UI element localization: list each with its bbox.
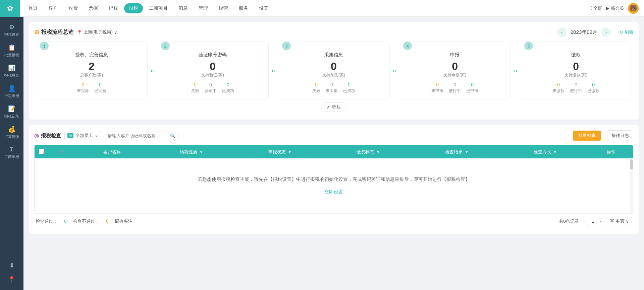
logo-icon: ✿ (7, 4, 13, 13)
check-table: ⚙ 客户名称 纳税性质 ▼ 申报状态 ▼ (35, 145, 633, 213)
flow-step-2: 2 验证账号密码 0 支持验证(家) 0 失败 0 验证中 (157, 42, 269, 99)
avatar[interactable]: 🐻 (628, 3, 639, 14)
nav-manage[interactable]: 管理 (194, 3, 213, 13)
step-title-1: 授权、完善信息 (75, 52, 108, 58)
filter-icon-5[interactable]: ▼ (553, 150, 557, 154)
stat-label-4-2: 已申报 (466, 88, 478, 94)
flow-title-icon: ⊕ (34, 28, 39, 36)
nav-accounting[interactable]: 记账 (104, 3, 123, 13)
col-check-method-label: 检查方式 (534, 149, 551, 154)
arrow-1: » (149, 42, 155, 99)
prev-page-button[interactable]: ‹ (582, 218, 589, 225)
flow-title-text: 报税流程总览 (41, 29, 73, 36)
nav-fees[interactable]: 收费 (64, 3, 83, 13)
search-bar[interactable]: 🔍 (105, 132, 178, 140)
refresh-button[interactable]: ↻ 刷新 (620, 29, 633, 35)
stat-5-0: 0 未缴款 (552, 82, 565, 94)
location-pin-icon: 📍 (77, 30, 82, 35)
stat-2-0: 0 失败 (191, 82, 199, 94)
stat-3-0: 0 失败 (312, 82, 320, 94)
stat-4-2: 0 已申报 (466, 82, 478, 94)
collapse-label: 收起 (332, 104, 341, 110)
per-page-select[interactable]: 30 条/页 ∨ (607, 217, 632, 225)
sidebar-item-annual-report[interactable]: 🗓 工商年报 (0, 143, 23, 163)
nav-business[interactable]: 工商项目 (144, 3, 172, 13)
refresh-icon: ↻ (620, 30, 623, 35)
stat-label-3-0: 失败 (312, 88, 320, 94)
sidebar-item-batch-tax[interactable]: 📋 批量报税 (0, 41, 23, 61)
nav-home[interactable]: 首页 (23, 3, 42, 13)
fullscreen-label: 全屏 (593, 5, 602, 11)
sidebar-item-personal-tax[interactable]: 👤 个税申报 (0, 81, 23, 102)
step-number-4: 4 (403, 42, 412, 50)
step-desc-4: 支持申报(家) (443, 72, 466, 78)
nav-message[interactable]: 消息 (174, 3, 193, 13)
download-icon: ⬇ (9, 262, 14, 269)
sidebar-item-tax-overview[interactable]: 📊 报税总览 (0, 61, 23, 81)
sidebar-item-location[interactable]: 📍 (7, 273, 17, 287)
sidebar-bottom: ⬇ 📍 (7, 259, 17, 290)
step-number-5: 5 (524, 42, 533, 50)
chevron-down-icon: ∨ (114, 30, 117, 35)
stat-value-3-2: 0 (348, 82, 351, 87)
nav-right: ⛶ 全屏 ▶ 畅会员 🐻 (588, 3, 639, 14)
nav-service[interactable]: 服务 (234, 3, 253, 13)
personal-tax-icon: 👤 (8, 85, 15, 92)
month-nav: ‹ 2023年02月 › (557, 27, 611, 37)
gear-icon[interactable]: ⚙ (60, 149, 64, 154)
next-month-button[interactable]: › (601, 27, 611, 37)
nav-operation[interactable]: 经营 (214, 3, 233, 13)
next-page-button[interactable]: › (597, 218, 604, 225)
pagination: 共0条记录 ‹ 1 › 30 条/页 ∨ (559, 217, 632, 225)
check-pass-value[interactable]: 0 (64, 219, 66, 224)
check-header: ◎ 报税检查 员 全部员工 ∨ 🔍 批量检查 操作日志 (34, 130, 633, 141)
sidebar-label-personal-tax: 个税申报 (4, 93, 19, 98)
scrollbar-thumb[interactable] (630, 159, 633, 169)
select-all-checkbox[interactable] (39, 149, 44, 154)
search-input[interactable] (108, 133, 168, 138)
sidebar-label-tax-settings: 报税设置 (4, 32, 19, 37)
location-badge[interactable]: 📍 上海(电子税局) ∨ (77, 29, 117, 35)
fullscreen-icon: ⛶ (588, 6, 592, 11)
filter-icon-4[interactable]: ▼ (465, 150, 469, 154)
refresh-label: 刷新 (625, 29, 633, 35)
scrollbar-track[interactable] (630, 159, 633, 213)
sidebar-label-clearance: 汇算清缴 (4, 134, 19, 139)
filter-icon-3[interactable]: ▼ (376, 150, 380, 154)
table-col-operation: 操作 (589, 145, 633, 158)
fullscreen-button[interactable]: ⛶ 全屏 (588, 5, 602, 11)
play-icon: ▶ (606, 6, 609, 11)
stat-label-3-2: 已成功 (343, 88, 355, 94)
nav-tax[interactable]: 报税 (124, 3, 143, 13)
sidebar-item-annual-clearance[interactable]: 💰 汇算清缴 (0, 122, 23, 143)
vip-button[interactable]: ▶ 畅会员 (606, 5, 624, 11)
table-header-gear: ⚙ (48, 145, 77, 158)
step-title-4: 申报 (450, 52, 460, 58)
collapse-button[interactable]: ∧ 收起 (321, 102, 346, 112)
batch-check-button[interactable]: 批量检查 (573, 131, 601, 141)
remark-label: 囧有备注 (115, 218, 132, 224)
operation-log-button[interactable]: 操作日志 (607, 130, 633, 141)
check-fail-value[interactable]: 0 (106, 219, 108, 224)
filter-icon-1[interactable]: ▼ (200, 150, 203, 154)
col-pay-label: 缴费状态 (357, 149, 374, 154)
nav-customer[interactable]: 客户 (44, 3, 62, 13)
stat-5-2: 0 已缴款 (587, 82, 599, 94)
sidebar-item-download[interactable]: ⬇ (7, 259, 17, 273)
step-stats-5: 0 未缴款 0 进行中 0 已缴款 (552, 82, 599, 94)
nav-settings[interactable]: 设置 (254, 3, 273, 13)
search-icon[interactable]: 🔍 (170, 133, 175, 138)
batch-tax-icon: 📋 (8, 44, 15, 51)
sidebar-item-tax-settings[interactable]: ⚙ 报税设置 (0, 20, 23, 41)
prev-month-button[interactable]: ‹ (557, 27, 567, 37)
setup-link[interactable]: 立即设置 (324, 189, 343, 195)
stat-label-5-2: 已缴款 (587, 88, 599, 94)
nav-bills[interactable]: 票据 (84, 3, 103, 13)
stat-value-5-1: 0 (575, 82, 577, 87)
sidebar-item-tax-records[interactable]: 📝 报税记录 (0, 102, 23, 122)
employee-select[interactable]: 员 全部员工 ∨ (64, 131, 101, 140)
filter-icon-2[interactable]: ▼ (288, 150, 291, 154)
check-section: ◎ 报税检查 员 全部员工 ∨ 🔍 批量检查 操作日志 (29, 125, 639, 234)
check-title-icon: ◎ (34, 133, 39, 139)
stat-value-4-0: 0 (436, 82, 439, 87)
